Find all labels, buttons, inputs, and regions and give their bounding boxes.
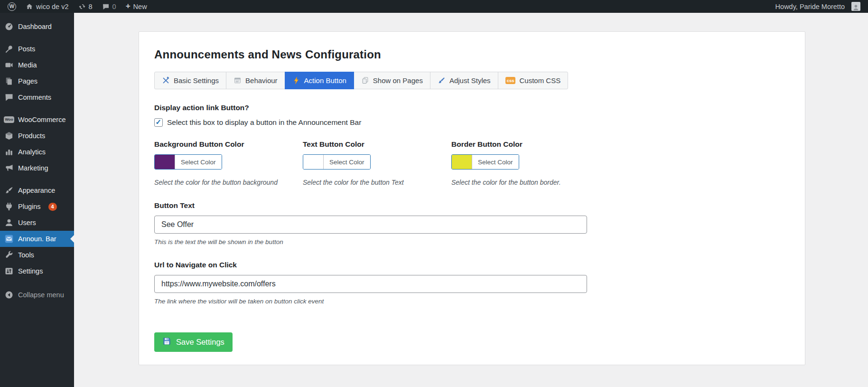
megaphone-icon — [4, 163, 14, 173]
border-color-picker[interactable]: Select Color — [451, 154, 519, 170]
sidebar-item-label: Marketing — [18, 164, 48, 172]
url-input[interactable] — [154, 275, 587, 293]
sliders-icon — [4, 266, 14, 276]
comments-count: 0 — [112, 3, 116, 10]
media-icon — [4, 60, 14, 70]
pages-icon — [4, 76, 14, 86]
text-color-picker[interactable]: Select Color — [303, 154, 371, 170]
page-title: Announcements and News Configuration — [154, 48, 790, 61]
tab-basic-settings[interactable]: Basic Settings — [154, 72, 226, 89]
border-color-label: Border Button Color — [451, 140, 600, 149]
background-color-swatch — [155, 155, 175, 169]
border-color-swatch — [452, 155, 472, 169]
background-color-description: Select the color for the button backgrou… — [154, 179, 303, 186]
button-text-label: Button Text — [154, 201, 790, 210]
sidebar-item-label: Plugins — [18, 203, 41, 210]
tab-label: Adjust Styles — [449, 76, 491, 85]
sidebar-item-comments[interactable]: Comments — [0, 89, 74, 105]
home-icon — [26, 3, 33, 10]
wrench-icon — [4, 250, 14, 260]
tab-bar: Basic Settings Behaviour Action Button — [154, 72, 568, 89]
sidebar-item-marketing[interactable]: Marketing — [0, 160, 74, 176]
display-button-checkbox-row: Select this box to display a button in t… — [154, 118, 790, 127]
button-text-input[interactable] — [154, 216, 587, 234]
border-color-description: Select the color for the button border. — [451, 179, 600, 186]
dashboard-icon — [4, 22, 14, 31]
plus-icon: + — [126, 2, 131, 10]
sidebar-item-pages[interactable]: Pages — [0, 73, 74, 89]
tab-behaviour[interactable]: Behaviour — [226, 72, 285, 89]
tab-label: Basic Settings — [174, 76, 219, 85]
checkbox-label: Select this box to display a button in t… — [167, 118, 361, 127]
sidebar-item-users[interactable]: Users — [0, 215, 74, 231]
sidebar-item-label: WooCommerce — [18, 116, 65, 123]
sidebar-item-label: Announ. Bar — [18, 235, 56, 243]
envelope-icon — [4, 234, 14, 244]
updates-icon — [78, 3, 86, 10]
sidebar-item-announcement-bar[interactable]: Announ. Bar — [0, 231, 74, 247]
sidebar-item-appearance[interactable]: Appearance — [0, 182, 74, 198]
comments-bubble-icon — [102, 3, 110, 10]
site-name-label: wico de v2 — [36, 3, 69, 10]
howdy-label: Howdy, Paride Moretto — [775, 3, 845, 10]
content-area: Announcements and News Configuration Bas… — [74, 13, 868, 387]
new-content-menu[interactable]: + New — [121, 0, 152, 13]
woocommerce-icon: Woo — [4, 115, 14, 124]
text-color-description: Select the color for the button Text — [303, 179, 451, 186]
updates-count: 8 — [89, 3, 93, 10]
sidebar-item-label: Pages — [18, 77, 37, 85]
sidebar-item-plugins[interactable]: Plugins 4 — [0, 198, 74, 215]
select-color-button[interactable]: Select Color — [472, 155, 519, 169]
comments-menu[interactable]: 0 — [97, 0, 121, 13]
sidebar-item-dashboard[interactable]: Dashboard — [0, 19, 74, 35]
copy-pages-icon — [361, 76, 369, 85]
tab-action-button[interactable]: Action Button — [285, 72, 354, 89]
sidebar-item-analytics[interactable]: Analytics — [0, 144, 74, 160]
save-settings-label: Save Settings — [176, 338, 224, 347]
sidebar-item-media[interactable]: Media — [0, 57, 74, 73]
collapse-menu-label: Collapse menu — [18, 291, 64, 299]
comment-bubble-icon — [4, 93, 14, 102]
wordpress-logo-icon: W — [8, 2, 16, 11]
display-button-checkbox[interactable] — [154, 118, 163, 127]
background-color-picker[interactable]: Select Color — [154, 154, 222, 170]
tab-label: Custom CSS — [519, 76, 560, 85]
text-color-swatch — [303, 155, 323, 169]
settings-card: Announcements and News Configuration Bas… — [139, 31, 805, 365]
sidebar-item-label: Comments — [18, 94, 51, 101]
select-color-button[interactable]: Select Color — [175, 155, 222, 169]
save-settings-button[interactable]: Save Settings — [154, 332, 233, 352]
updates-menu[interactable]: 8 — [74, 0, 97, 13]
sidebar-item-label: Posts — [18, 45, 35, 53]
background-color-label: Background Button Color — [154, 140, 303, 149]
tab-custom-css[interactable]: css Custom CSS — [498, 72, 569, 89]
wordpress-admin: W wico de v2 8 0 + New Howdy, Paride — [0, 0, 868, 387]
wp-logo-menu[interactable]: W — [3, 0, 21, 13]
plugins-update-badge: 4 — [48, 203, 57, 211]
sidebar-item-tools[interactable]: Tools — [0, 247, 74, 263]
site-name-menu[interactable]: wico de v2 — [21, 0, 74, 13]
collapse-arrow-icon — [4, 290, 14, 300]
tab-label: Show on Pages — [373, 76, 423, 85]
sidebar-item-settings[interactable]: Settings — [0, 263, 74, 279]
url-description: The link where the visitior will be take… — [154, 298, 790, 305]
tab-show-on-pages[interactable]: Show on Pages — [354, 72, 430, 89]
url-label: Url to Navigate on Click — [154, 261, 790, 269]
box-icon — [4, 131, 14, 141]
color-pickers-row: Background Button Color Select Color Sel… — [154, 140, 790, 186]
sidebar-item-products[interactable]: Products — [0, 128, 74, 144]
background-color-field: Background Button Color Select Color Sel… — [154, 140, 303, 186]
my-account-menu[interactable]: Howdy, Paride Moretto — [771, 0, 865, 13]
sidebar-item-label: Appearance — [18, 187, 55, 194]
sidebar-item-posts[interactable]: Posts — [0, 41, 74, 57]
avatar — [851, 2, 860, 11]
admin-sidebar: Dashboard Posts Media Pages — [0, 13, 74, 387]
tab-adjust-styles[interactable]: Adjust Styles — [430, 72, 498, 89]
display-button-label: Display action link Button? — [154, 104, 790, 112]
border-color-field: Border Button Color Select Color Select … — [451, 140, 600, 186]
sidebar-item-woocommerce[interactable]: Woo WooCommerce — [0, 112, 74, 128]
floppy-disk-icon — [162, 337, 171, 348]
sidebar-item-label: Settings — [18, 267, 43, 275]
select-color-button[interactable]: Select Color — [323, 155, 370, 169]
collapse-menu-button[interactable]: Collapse menu — [0, 287, 74, 303]
